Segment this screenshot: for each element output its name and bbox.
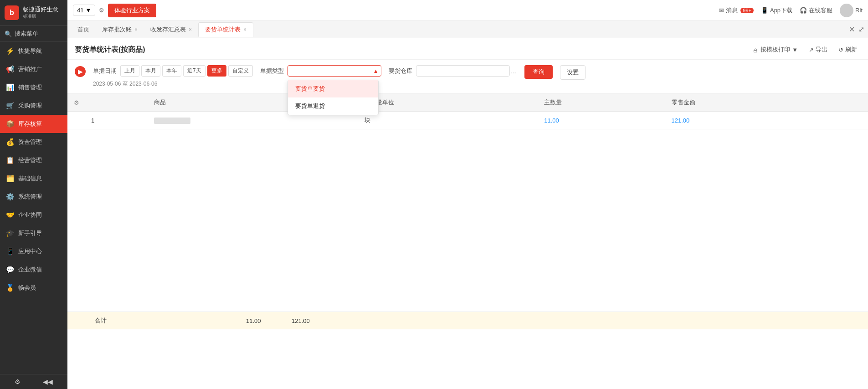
product-placeholder <box>154 118 190 124</box>
last-month-btn[interactable]: 上月 <box>120 65 139 77</box>
th-unit: 主计量单位 <box>359 94 539 112</box>
dropdown-item-order-goods[interactable]: 要货单要货 <box>288 80 378 97</box>
data-table: ⚙ 商品 主计量单位 主数量 零售金额 1 <box>67 94 868 129</box>
row-unit: 块 <box>359 112 539 129</box>
tab-order-summary-close[interactable]: × <box>243 26 247 33</box>
filter-bar: ▶ 单据日期 上月 本月 本年 近7天 更多 自定义 2023-05-06 至 … <box>67 60 868 94</box>
this-month-btn[interactable]: 本月 <box>141 65 160 77</box>
sidebar-item-inventory[interactable]: 📦 库存核算 <box>0 115 67 133</box>
tab-collect-summary-close[interactable]: × <box>189 26 192 33</box>
tab-collect-summary-label: 收发存汇总表 <box>150 26 186 34</box>
row-index: 1 <box>86 112 149 129</box>
last-7-days-btn[interactable]: 近7天 <box>183 65 205 77</box>
sidebar-item-member[interactable]: 🏅 畅会员 <box>0 279 67 297</box>
print-btn[interactable]: 🖨 按模板打印 ▼ <box>749 44 801 56</box>
th-index <box>86 94 149 112</box>
system-icon: ⚙️ <box>5 192 15 201</box>
sidebar-item-quick-nav[interactable]: ⚡ 快捷导航 <box>0 42 67 60</box>
sidebar-item-purchase[interactable]: 🛒 采购管理 <box>0 97 67 115</box>
page-content: 要货单统计表(按商品) 🖨 按模板打印 ▼ ↗ 导出 ↺ 刷新 ▶ <box>67 38 868 389</box>
sidebar-item-label: 库存核算 <box>18 120 42 128</box>
date-range-display: 2023-05-06 至 2023-06-06 <box>93 80 253 88</box>
column-settings-icon[interactable]: ⚙ <box>74 99 79 106</box>
dropdown-arrow-icon: ▼ <box>85 7 91 14</box>
type-filter-input[interactable] <box>288 65 381 77</box>
sidebar-item-enterprise[interactable]: 🤝 企业协同 <box>0 206 67 224</box>
marketing-icon: 📢 <box>5 65 15 74</box>
sidebar-item-guide[interactable]: 🎓 新手引导 <box>0 224 67 242</box>
tab-collect-summary[interactable]: 收发存汇总表 × <box>144 23 198 36</box>
date-shortcuts: 上月 本月 本年 近7天 更多 自定义 <box>120 65 253 77</box>
export-icon: ↗ <box>809 46 814 53</box>
settings-gear-icon[interactable]: ⚙ <box>99 7 104 14</box>
this-year-btn[interactable]: 本年 <box>162 65 181 77</box>
sidebar-item-label: 企业微信 <box>18 266 42 274</box>
custom-date-btn[interactable]: 自定义 <box>228 65 253 77</box>
sidebar-collapse-btn[interactable]: ◀◀ <box>43 378 53 385</box>
sidebar-item-operations[interactable]: 📋 经营管理 <box>0 151 67 169</box>
tab-inventory-batch-close[interactable]: × <box>134 26 138 33</box>
sidebar-item-base-info[interactable]: 🗂️ 基础信息 <box>0 169 67 188</box>
sidebar-item-wechat[interactable]: 💬 企业微信 <box>0 261 67 279</box>
user-avatar <box>840 4 853 17</box>
dropdown-item-order-return[interactable]: 要货单退货 <box>288 97 378 115</box>
more-dates-btn[interactable]: 更多 <box>207 65 226 77</box>
sidebar-item-label: 经营管理 <box>18 156 42 164</box>
sidebar-item-label: 采购管理 <box>18 102 42 110</box>
tab-order-summary[interactable]: 要货单统计表 × <box>198 22 253 37</box>
close-all-tabs-btn[interactable]: ✕ <box>849 25 855 34</box>
user-profile-btn[interactable]: Rit <box>840 4 863 17</box>
warehouse-more-icon[interactable]: … <box>511 67 517 75</box>
sidebar-item-sales[interactable]: 📊 销售管理 <box>0 78 67 97</box>
guide-icon: 🎓 <box>5 229 15 238</box>
quantity-link[interactable]: 11.00 <box>544 117 559 124</box>
amount-link[interactable]: 121.00 <box>672 117 690 124</box>
finance-icon: 💰 <box>5 138 15 147</box>
user-name: Rit <box>855 7 863 14</box>
sidebar-item-finance[interactable]: 💰 资金管理 <box>0 133 67 151</box>
search-menu[interactable]: 🔍 搜索菜单 <box>0 26 67 42</box>
sidebar-item-app-center[interactable]: 📱 应用中心 <box>0 242 67 261</box>
tab-order-summary-label: 要货单统计表 <box>205 26 241 34</box>
sidebar: b 畅捷通好生意 标准版 🔍 搜索菜单 ⚡ 快捷导航 📢 营销推广 📊 销售管理… <box>0 0 67 389</box>
sidebar-item-marketing[interactable]: 📢 营销推广 <box>0 60 67 78</box>
type-filter-group: 单据类型 ▲ 要货单要货 要货单退货 <box>260 65 381 77</box>
topbar: 41 ▼ ⚙ 体验行业方案 ✉ 消息 99+ 📱 App下载 🎧 在线客服 R <box>67 0 868 21</box>
footer-amount: 121.00 <box>292 317 337 324</box>
sidebar-settings-btn[interactable]: ⚙ <box>15 378 21 385</box>
page-header: 要货单统计表(按商品) 🖨 按模板打印 ▼ ↗ 导出 ↺ 刷新 <box>67 38 868 60</box>
message-icon: ✉ <box>719 7 724 14</box>
tab-inventory-batch[interactable]: 库存批次账 × <box>96 23 144 36</box>
refresh-btn[interactable]: ↺ 刷新 <box>835 44 861 56</box>
store-selector[interactable]: 41 ▼ <box>73 5 95 16</box>
app-logo: b 畅捷通好生意 标准版 <box>0 0 67 26</box>
trial-btn[interactable]: 体验行业方案 <box>108 4 156 17</box>
sidebar-item-label: 系统管理 <box>18 193 42 201</box>
app-center-icon: 📱 <box>5 247 15 256</box>
footer-total-label: 合计 <box>91 317 246 325</box>
tab-home[interactable]: 首页 <box>71 23 96 36</box>
th-extra <box>820 94 868 112</box>
app-download-btn[interactable]: 📱 App下载 <box>761 6 792 15</box>
empty-space <box>67 129 868 312</box>
row-quantity: 11.00 <box>539 112 666 129</box>
enterprise-icon: 🤝 <box>5 210 15 220</box>
message-btn[interactable]: ✉ 消息 99+ <box>719 6 754 15</box>
online-service-btn[interactable]: 🎧 在线客服 <box>800 6 832 15</box>
quick-nav-icon: ⚡ <box>5 46 15 56</box>
member-icon: 🏅 <box>5 283 15 292</box>
warehouse-filter-input[interactable] <box>416 65 510 77</box>
expand-tab-btn[interactable]: ⤢ <box>858 25 864 34</box>
type-dropdown-arrow-icon[interactable]: ▲ <box>373 68 379 74</box>
settings-btn[interactable]: 设置 <box>560 65 586 80</box>
print-icon: 🖨 <box>753 46 759 53</box>
footer-quantity: 11.00 <box>246 317 292 324</box>
filter-expand-btn[interactable]: ▶ <box>75 66 86 77</box>
query-btn[interactable]: 查询 <box>524 65 553 79</box>
tabbar-right: ✕ ⤢ <box>849 25 864 34</box>
purchase-icon: 🛒 <box>5 101 15 110</box>
sidebar-item-system[interactable]: ⚙️ 系统管理 <box>0 188 67 206</box>
export-btn[interactable]: ↗ 导出 <box>805 44 831 56</box>
app-download-label: App下载 <box>770 6 792 15</box>
print-arrow-icon: ▼ <box>792 46 798 53</box>
